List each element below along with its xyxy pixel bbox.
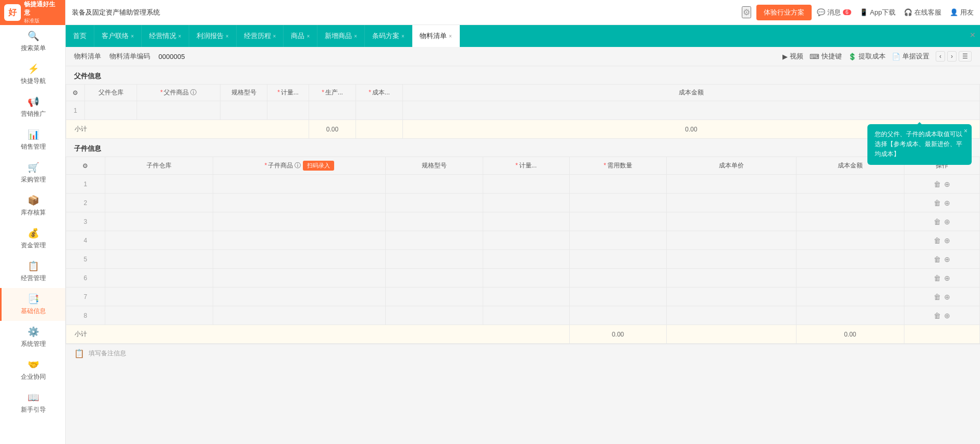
tab-barcode-close[interactable]: × <box>401 33 405 39</box>
copy-row-3-button[interactable]: ⊕ <box>944 218 950 226</box>
sidebar-item-basic-info[interactable]: 📑 基础信息 <box>0 288 65 321</box>
child-row-5-unit[interactable] <box>483 250 569 269</box>
child-row-4-unit[interactable] <box>483 231 569 250</box>
child-row-7-unit[interactable] <box>483 287 569 306</box>
parent-col-settings[interactable]: ⚙ <box>66 85 85 101</box>
child-row-4-qty[interactable] <box>569 231 666 250</box>
shortcut-button[interactable]: ⌨ 快捷键 <box>810 52 842 61</box>
child-row-7-price[interactable] <box>667 287 797 306</box>
online-service-button[interactable]: 🎧 在线客服 <box>904 8 941 17</box>
child-row-8-qty[interactable] <box>569 306 666 325</box>
child-row-1-warehouse[interactable] <box>105 175 213 194</box>
tab-profit-close[interactable]: × <box>226 33 229 39</box>
sidebar-item-purchase[interactable]: 🛒 采购管理 <box>0 157 65 189</box>
tab-barcode[interactable]: 条码方案 × <box>365 25 412 47</box>
breadcrumb-bom-list[interactable]: 物料清单 <box>74 52 101 61</box>
tab-bom[interactable]: 物料清单 × <box>412 25 460 47</box>
app-download-button[interactable]: 📱 App下载 <box>860 8 896 17</box>
child-row-4-amount[interactable] <box>796 231 904 250</box>
parent-row-1-spec[interactable] <box>220 101 267 120</box>
child-row-6-amount[interactable] <box>796 269 904 287</box>
parent-row-1-product[interactable] <box>137 101 220 120</box>
delete-row-8-button[interactable]: 🗑 <box>934 311 941 320</box>
child-row-5-amount[interactable] <box>796 250 904 269</box>
sidebar-item-inventory[interactable]: 📦 库存核算 <box>0 189 65 222</box>
child-row-7-warehouse[interactable] <box>105 287 213 306</box>
prev-button[interactable]: ‹ <box>936 51 945 62</box>
sidebar-item-sales[interactable]: 📊 销售管理 <box>0 124 65 157</box>
child-row-7-qty[interactable] <box>569 287 666 306</box>
delete-row-7-button[interactable]: 🗑 <box>934 293 941 301</box>
child-row-4-spec[interactable] <box>386 231 483 250</box>
child-row-6-qty[interactable] <box>569 269 666 287</box>
child-row-8-amount[interactable] <box>796 306 904 325</box>
copy-row-2-button[interactable]: ⊕ <box>944 199 950 207</box>
tab-history[interactable]: 经营历程 × <box>237 25 284 47</box>
child-row-2-product[interactable] <box>213 194 386 212</box>
delete-row-4-button[interactable]: 🗑 <box>934 236 941 245</box>
child-row-6-warehouse[interactable] <box>105 269 213 287</box>
next-button[interactable]: › <box>947 51 957 62</box>
child-row-8-unit[interactable] <box>483 306 569 325</box>
child-row-3-price[interactable] <box>667 212 797 231</box>
sidebar-item-marketing[interactable]: 📢 营销推广 <box>0 91 65 124</box>
tab-customer-close[interactable]: × <box>131 33 134 39</box>
parent-row-1-cost-amount[interactable] <box>403 101 980 120</box>
copy-row-1-button[interactable]: ⊕ <box>944 180 950 188</box>
child-row-1-amount[interactable] <box>796 175 904 194</box>
view-video-button[interactable]: ▶ 视频 <box>782 52 803 61</box>
single-settings-button[interactable]: 📄 单据设置 <box>892 52 929 61</box>
child-row-6-product[interactable] <box>213 269 386 287</box>
settings-button[interactable]: ⚙ <box>742 6 751 18</box>
tab-history-close[interactable]: × <box>273 33 276 39</box>
child-row-6-price[interactable] <box>667 269 797 287</box>
message-button[interactable]: 💬 消息 6 <box>817 8 851 17</box>
child-row-1-qty[interactable] <box>569 175 666 194</box>
user-menu[interactable]: 👤 用友 <box>950 8 974 17</box>
menu-button[interactable]: ☰ <box>959 51 972 62</box>
sidebar-item-system[interactable]: ⚙️ 系统管理 <box>0 321 65 354</box>
delete-row-3-button[interactable]: 🗑 <box>934 218 941 226</box>
tab-goods-close[interactable]: × <box>307 33 310 39</box>
delete-row-5-button[interactable]: 🗑 <box>934 255 941 263</box>
child-row-8-warehouse[interactable] <box>105 306 213 325</box>
tab-operations[interactable]: 经营情况 × <box>142 25 189 47</box>
child-row-3-spec[interactable] <box>386 212 483 231</box>
child-row-7-product[interactable] <box>213 287 386 306</box>
extract-cost-button[interactable]: 💲 提取成本 <box>848 52 886 61</box>
child-row-2-warehouse[interactable] <box>105 194 213 212</box>
close-all-button[interactable]: ✕ <box>970 31 976 39</box>
child-col-settings[interactable]: ⚙ <box>66 157 105 175</box>
tab-new-goods-close[interactable]: × <box>354 33 357 39</box>
tab-operations-close[interactable]: × <box>178 33 181 39</box>
copy-row-4-button[interactable]: ⊕ <box>944 236 950 245</box>
tooltip-close-button[interactable]: × <box>964 126 967 136</box>
child-row-7-spec[interactable] <box>386 287 483 306</box>
child-row-4-warehouse[interactable] <box>105 231 213 250</box>
sidebar-item-finance[interactable]: 💰 资金管理 <box>0 222 65 255</box>
parent-row-1-cost[interactable] <box>356 101 403 120</box>
child-row-2-amount[interactable] <box>796 194 904 212</box>
tab-bom-close[interactable]: × <box>449 33 452 39</box>
tab-customer[interactable]: 客户联络 × <box>94 25 142 47</box>
child-row-1-price[interactable] <box>667 175 797 194</box>
tab-profit[interactable]: 利润报告 × <box>189 25 237 47</box>
child-row-3-amount[interactable] <box>796 212 904 231</box>
child-row-1-unit[interactable] <box>483 175 569 194</box>
parent-row-1-unit[interactable] <box>267 101 309 120</box>
child-row-3-warehouse[interactable] <box>105 212 213 231</box>
child-row-3-qty[interactable] <box>569 212 666 231</box>
parent-row-1-warehouse[interactable] <box>85 101 137 120</box>
child-row-2-unit[interactable] <box>483 194 569 212</box>
child-row-5-product[interactable] <box>213 250 386 269</box>
sidebar-item-quick-nav[interactable]: ⚡ 快捷导航 <box>0 58 65 91</box>
tab-goods[interactable]: 商品 × <box>284 25 317 47</box>
child-row-8-product[interactable] <box>213 306 386 325</box>
delete-row-2-button[interactable]: 🗑 <box>934 199 941 207</box>
child-row-4-product[interactable] <box>213 231 386 250</box>
child-row-5-price[interactable] <box>667 250 797 269</box>
copy-row-8-button[interactable]: ⊕ <box>944 311 950 320</box>
child-row-5-qty[interactable] <box>569 250 666 269</box>
child-row-1-spec[interactable] <box>386 175 483 194</box>
sidebar-item-cooperation[interactable]: 🤝 企业协同 <box>0 354 65 387</box>
